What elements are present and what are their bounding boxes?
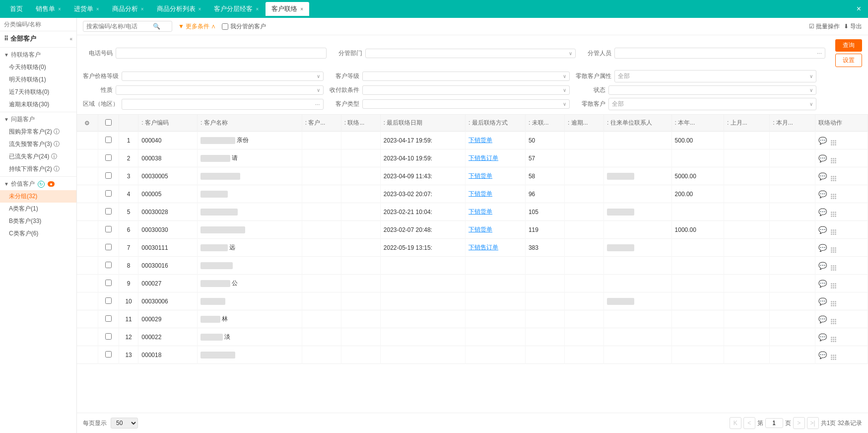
- tab-sales[interactable]: 销售单 ×: [30, 2, 67, 16]
- problem-customers-title[interactable]: ▼ 问题客户: [0, 113, 76, 126]
- col-overdue-header[interactable]: : 逾期...: [564, 115, 603, 132]
- refresh-icon[interactable]: ↻: [38, 181, 45, 188]
- col-contact-person-header[interactable]: : 往来单位联系人: [603, 115, 671, 132]
- prev-page-button[interactable]: <: [743, 417, 755, 429]
- col-last-contact-method-header[interactable]: : 最后联络方式: [466, 115, 526, 132]
- col-last-month-header[interactable]: : 上月...: [724, 115, 769, 132]
- message-action-icon-3[interactable]: 💬: [818, 172, 827, 180]
- sidebar-item-tomorrow[interactable]: 明天待联络(1): [0, 73, 76, 86]
- reset-button[interactable]: 设置: [835, 54, 862, 67]
- next-page-button[interactable]: >: [793, 417, 805, 429]
- row-checkbox-2[interactable]: [105, 154, 112, 161]
- grid-action-icon-8[interactable]: [831, 260, 836, 271]
- batch-operation-button[interactable]: ☑ 批量操作: [809, 22, 840, 31]
- sidebar-item-churn-warning[interactable]: 流失预警客户(3) ⓘ: [0, 138, 76, 150]
- message-action-icon-5[interactable]: 💬: [818, 208, 827, 216]
- message-action-icon-8[interactable]: 💬: [818, 262, 827, 270]
- sidebar-item-declining[interactable]: 持续下滑客户(2) ⓘ: [0, 163, 76, 175]
- manager-select[interactable]: ···: [614, 48, 825, 59]
- grid-action-icon-13[interactable]: [831, 350, 836, 360]
- col-this-year-header[interactable]: : 本年...: [671, 115, 724, 132]
- contact-method-link-7[interactable]: 下销售订单: [468, 244, 498, 251]
- contact-method-link-1[interactable]: 下销货单: [468, 137, 492, 144]
- pending-contact-title[interactable]: ▼ 待联络客户: [0, 49, 76, 61]
- grid-action-icon-1[interactable]: [831, 135, 836, 145]
- row-checkbox-11[interactable]: [105, 315, 112, 322]
- row-checkbox-7[interactable]: [105, 244, 112, 250]
- tab-home[interactable]: 首页: [4, 2, 29, 16]
- message-action-icon-9[interactable]: 💬: [818, 280, 827, 288]
- row-checkbox-12[interactable]: [105, 333, 112, 340]
- close-purchase-icon[interactable]: ×: [96, 6, 99, 12]
- row-checkbox-1[interactable]: [105, 137, 112, 143]
- sidebar-item-class-c[interactable]: C类客户(6): [0, 227, 76, 240]
- col-this-month-header[interactable]: : 本月...: [770, 115, 815, 132]
- manager-ellipsis-icon[interactable]: ···: [817, 50, 822, 57]
- last-page-button[interactable]: >|: [807, 417, 819, 429]
- close-product-list-icon[interactable]: ×: [199, 6, 201, 12]
- row-checkbox-8[interactable]: [105, 262, 112, 268]
- grid-action-icon-9[interactable]: [831, 278, 836, 289]
- col-name-header[interactable]: : 客户名称: [197, 115, 302, 132]
- payment-select[interactable]: ∨: [362, 85, 570, 95]
- value-customers-title[interactable]: ▼ 价值客户 ↻ ●: [0, 178, 76, 190]
- message-action-icon-7[interactable]: 💬: [818, 244, 827, 252]
- row-checkbox-6[interactable]: [105, 226, 112, 232]
- customer-level-select[interactable]: ∨: [362, 72, 570, 81]
- sidebar-item-class-b[interactable]: B类客户(33): [0, 215, 76, 227]
- grid-action-icon-12[interactable]: [831, 332, 836, 342]
- query-button[interactable]: 查询: [835, 39, 862, 52]
- message-action-icon-6[interactable]: 💬: [818, 226, 827, 234]
- row-checkbox-3[interactable]: [105, 172, 112, 179]
- main-search-icon[interactable]: 🔍: [153, 23, 160, 30]
- sidebar-item-class-a[interactable]: A类客户(1): [0, 203, 76, 215]
- main-search-input[interactable]: [86, 23, 151, 30]
- retail-attr-select[interactable]: 全部 ∨: [614, 70, 816, 82]
- tab-customer-tier[interactable]: 客户分层经客 ×: [208, 2, 265, 16]
- close-customer-contact-icon[interactable]: ×: [300, 6, 303, 12]
- close-customer-tier-icon[interactable]: ×: [256, 6, 259, 12]
- close-product-analysis-icon[interactable]: ×: [141, 6, 144, 12]
- close-sales-icon[interactable]: ×: [58, 6, 61, 12]
- col-uncontacted-header[interactable]: : 未联...: [525, 115, 564, 132]
- collapse-icon[interactable]: «: [69, 36, 72, 42]
- message-action-icon-1[interactable]: 💬: [818, 137, 827, 144]
- message-action-icon-10[interactable]: 💬: [818, 297, 827, 305]
- contact-method-link-3[interactable]: 下销货单: [468, 172, 492, 179]
- col-contact-header[interactable]: : 联络...: [341, 115, 380, 132]
- grid-action-icon-4[interactable]: [831, 189, 836, 199]
- tab-product-analysis[interactable]: 商品分析 ×: [106, 2, 150, 16]
- sidebar-item-today[interactable]: 今天待联络(0): [0, 61, 76, 73]
- more-filters-button[interactable]: ▼ 更多条件 ∧: [178, 22, 216, 31]
- sidebar-item-7days[interactable]: 近7天待联络(0): [0, 86, 76, 98]
- page-size-select[interactable]: 50 100 200: [111, 418, 138, 429]
- sidebar-item-hoarding-abnormal[interactable]: 囤购异常客户(2) ⓘ: [0, 126, 76, 138]
- sidebar-search-input[interactable]: [4, 21, 77, 28]
- all-customers-header[interactable]: ⠿ 全部客户 «: [0, 31, 76, 46]
- row-checkbox-4[interactable]: [105, 190, 112, 197]
- row-checkbox-5[interactable]: [105, 208, 112, 215]
- department-select[interactable]: ∨: [365, 49, 576, 58]
- row-checkbox-10[interactable]: [105, 297, 112, 304]
- message-action-icon-13[interactable]: 💬: [818, 351, 827, 359]
- col-last-contact-date-header[interactable]: : 最后联络日期: [380, 115, 465, 132]
- first-page-button[interactable]: K: [730, 417, 741, 429]
- export-button[interactable]: ⬇ 导出: [844, 22, 862, 31]
- grid-action-icon-7[interactable]: [831, 242, 836, 253]
- region-select[interactable]: ···: [122, 99, 324, 110]
- sidebar-item-overdue[interactable]: 逾期未联络(30): [0, 98, 76, 111]
- customer-type-select[interactable]: ∨: [362, 99, 570, 109]
- sidebar-item-ungrouped[interactable]: 未分组(32): [0, 190, 76, 203]
- message-action-icon-4[interactable]: 💬: [818, 190, 827, 198]
- tab-purchase[interactable]: 进货单 ×: [68, 2, 105, 16]
- sidebar-item-lost[interactable]: 已流失客户(24) ⓘ: [0, 150, 76, 163]
- grid-action-icon-10[interactable]: [831, 296, 836, 306]
- col-code-header[interactable]: : 客户编码: [138, 115, 198, 132]
- tab-customer-contact[interactable]: 客户联络 ×: [266, 2, 309, 16]
- row-checkbox-9[interactable]: [105, 280, 112, 286]
- grid-action-icon-6[interactable]: [831, 224, 836, 235]
- grid-action-icon-2[interactable]: [831, 153, 836, 163]
- message-action-icon-2[interactable]: 💬: [818, 154, 827, 162]
- col-category-header[interactable]: : 客户...: [302, 115, 341, 132]
- retail-select[interactable]: 全部 ∨: [608, 98, 816, 110]
